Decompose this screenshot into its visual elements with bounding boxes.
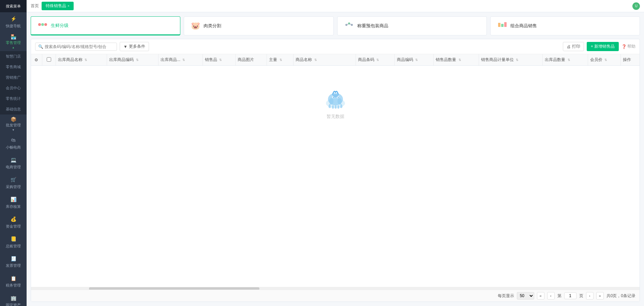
sidebar-item-finance[interactable]: 💰 资金管理 bbox=[0, 213, 27, 232]
topbar-right: U bbox=[632, 2, 640, 10]
sidebar-item-retail[interactable]: 🏪 零售管理 ▲ bbox=[0, 32, 27, 51]
empty-text: 暂无数据 bbox=[327, 113, 344, 120]
col-label: 主量 bbox=[269, 57, 277, 62]
sort-icon: ⇅ bbox=[568, 58, 570, 62]
sidebar-item-general-ledger[interactable]: 📒 总账管理 bbox=[0, 232, 27, 252]
search-box[interactable]: 🔍 bbox=[35, 43, 117, 51]
filter-label: 更多条件 bbox=[129, 44, 145, 49]
sidebar-item-invoice[interactable]: 🧾 发票管理 bbox=[0, 252, 27, 272]
sidebar-item-member-center[interactable]: 会员中心 bbox=[0, 83, 27, 93]
topbar-active-tab[interactable]: 特殊销售品 × bbox=[42, 2, 74, 10]
combo-sale-label: 组合商品销售 bbox=[510, 23, 537, 29]
sidebar-item-wholesale[interactable]: 📦 批发管理 ▼ bbox=[0, 114, 27, 134]
next-page-button[interactable]: › bbox=[586, 292, 594, 300]
fresh-grade-icon bbox=[38, 21, 47, 30]
svg-rect-21 bbox=[335, 105, 336, 109]
search-input[interactable] bbox=[45, 44, 113, 49]
th-goods-name[interactable]: 商品名称 ⇅ bbox=[294, 54, 356, 66]
sidebar-item-retail-mall[interactable]: 零售商城 bbox=[0, 62, 27, 72]
sidebar-item-fixed-assets[interactable]: 🏢 固定资产 bbox=[0, 292, 27, 306]
th-sale-unit[interactable]: 销售商品计量单位 ⇅ bbox=[479, 54, 542, 66]
sidebar-item-retail-stats[interactable]: 零售统计 bbox=[0, 93, 27, 104]
sidebar-item-ecom-mgmt[interactable]: 💻 电商管理 bbox=[0, 153, 27, 173]
settings-icon: ⚙ bbox=[34, 58, 38, 62]
help-label: 帮助 bbox=[627, 44, 635, 49]
svg-rect-8 bbox=[498, 23, 500, 27]
general-ledger-icon: 📒 bbox=[11, 236, 16, 243]
th-member-price[interactable]: 会员价 ⇅ bbox=[588, 54, 620, 66]
combo-sale-icon bbox=[497, 21, 507, 31]
sidebar-item-label: 固定资产 bbox=[6, 303, 21, 306]
svg-rect-20 bbox=[332, 105, 334, 109]
topbar: 首页 特殊销售品 × U bbox=[27, 0, 644, 12]
sidebar-item-quick-nav[interactable]: ⚡ 快捷导航 bbox=[0, 12, 27, 32]
tab-combo-sale[interactable]: 组合商品销售 bbox=[490, 16, 640, 35]
th-out-spec[interactable]: 出库商品... ⇅ bbox=[159, 54, 203, 66]
search-icon: 🔍 bbox=[38, 44, 43, 49]
col-label: 商品编码 bbox=[397, 57, 413, 62]
print-icon: 🖨 bbox=[567, 44, 571, 49]
sidebar-item-basic-info[interactable]: 基础信息 bbox=[0, 104, 27, 114]
th-image[interactable]: 商品图片 bbox=[235, 54, 267, 66]
sidebar-item-purchase[interactable]: 🛒 采购管理 bbox=[0, 173, 27, 193]
sidebar-item-smart-store[interactable]: 智慧门店 bbox=[0, 51, 27, 62]
horizontal-scrollbar[interactable] bbox=[31, 287, 640, 290]
th-barcode[interactable]: 商品条码 ⇅ bbox=[356, 54, 394, 66]
topbar-home-link[interactable]: 首页 bbox=[31, 3, 39, 9]
sidebar-item-marketing[interactable]: 营销推广 bbox=[0, 72, 27, 83]
topbar-tab-label: 特殊销售品 bbox=[46, 3, 66, 9]
th-out-name[interactable]: 出库商品名称 ⇅ bbox=[56, 54, 107, 66]
sidebar-item-label: 资金管理 bbox=[6, 224, 21, 229]
svg-point-15 bbox=[333, 97, 333, 98]
th-checkbox[interactable] bbox=[42, 54, 56, 66]
empty-state: 暂无数据 bbox=[31, 66, 640, 140]
page-label-before: 第 bbox=[557, 293, 561, 299]
sidebar-item-label: 电商管理 bbox=[6, 165, 21, 170]
user-avatar[interactable]: U bbox=[632, 2, 640, 10]
wholesale-icon: 📦 bbox=[11, 117, 16, 122]
col-label: 商品条码 bbox=[358, 57, 374, 62]
svg-rect-9 bbox=[501, 24, 504, 27]
sort-icon: ⇅ bbox=[280, 58, 282, 62]
col-label: 出库品数量 bbox=[545, 57, 565, 62]
weight-pack-label: 称重预包装商品 bbox=[357, 23, 388, 29]
th-operation: 操作 bbox=[620, 54, 640, 66]
help-button[interactable]: ❓ 帮助 bbox=[621, 44, 635, 49]
table-header-row: ⚙ 出库商品名称 ⇅ 出库商品编码 ⇅ bbox=[31, 54, 640, 66]
sidebar-item-inventory[interactable]: 📊 库存核算 bbox=[0, 193, 27, 213]
th-out-qty[interactable]: 出库品数量 ⇅ bbox=[543, 54, 588, 66]
sidebar-item-label: 发票管理 bbox=[6, 263, 21, 268]
sidebar-item-label: 零售商城 bbox=[6, 65, 21, 69]
main-content: 首页 特殊销售品 × U 生鲜分级 🐷 bbox=[27, 0, 644, 306]
col-label: 销售商品计量单位 bbox=[481, 57, 514, 62]
sidebar-item-tax[interactable]: 📋 税务管理 bbox=[0, 272, 27, 292]
page-size-select[interactable]: 50 100 200 bbox=[517, 292, 534, 300]
tab-weight-pack[interactable]: 称重预包装商品 bbox=[337, 16, 487, 35]
close-tab-icon[interactable]: × bbox=[68, 4, 70, 8]
print-button[interactable]: 🖨 打印 bbox=[563, 42, 584, 51]
add-sale-button[interactable]: + 新增销售品 bbox=[587, 42, 619, 51]
inventory-icon: 📊 bbox=[11, 196, 16, 203]
svg-point-17 bbox=[329, 98, 333, 105]
th-sale-qty[interactable]: 销售品数量 ⇅ bbox=[434, 54, 479, 66]
select-all-checkbox[interactable] bbox=[47, 57, 51, 62]
sort-icon: ⇅ bbox=[136, 58, 139, 62]
prev-page-button[interactable]: ‹ bbox=[547, 292, 555, 300]
tab-fresh-grade[interactable]: 生鲜分级 bbox=[31, 16, 180, 35]
sidebar-sub-retail: 智慧门店 零售商城 营销推广 会员中心 零售统计 基础信息 bbox=[0, 51, 27, 114]
last-page-button[interactable]: » bbox=[596, 292, 604, 300]
page-number-input[interactable] bbox=[564, 292, 576, 299]
tab-meat-cut[interactable]: 🐷 肉类分割 bbox=[184, 16, 333, 35]
sidebar-item-label: 采购管理 bbox=[6, 184, 21, 189]
th-out-code[interactable]: 出库商品编码 ⇅ bbox=[107, 54, 159, 66]
filter-button[interactable]: ▼ 更多条件 bbox=[120, 42, 149, 51]
sidebar-logo[interactable]: 搜索菜单 bbox=[0, 0, 27, 12]
first-page-button[interactable]: « bbox=[537, 292, 544, 300]
tab-cards-row: 生鲜分级 🐷 肉类分割 称重预包装商品 bbox=[31, 16, 640, 35]
th-weight[interactable]: 主量 ⇅ bbox=[267, 54, 294, 66]
sidebar-item-label: 小畅电商 bbox=[6, 145, 21, 150]
sidebar-item-mini-ecom[interactable]: 🛍 小畅电商 bbox=[0, 134, 27, 153]
th-goods-code[interactable]: 商品编码 ⇅ bbox=[394, 54, 433, 66]
th-sale-item[interactable]: 销售品 ⇅ bbox=[203, 54, 235, 66]
th-settings[interactable]: ⚙ bbox=[31, 54, 42, 66]
